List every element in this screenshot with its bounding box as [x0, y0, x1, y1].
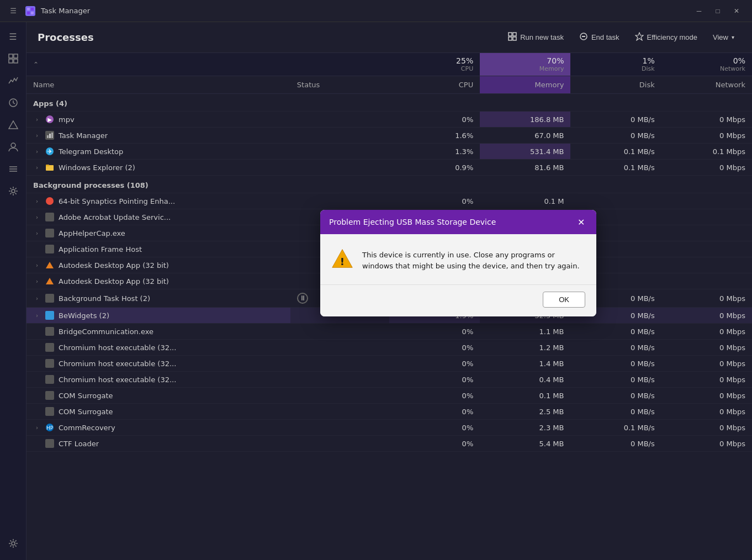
expand-button[interactable]: ›	[33, 424, 41, 431]
efficiency-mode-button[interactable]: Efficiency mode	[628, 29, 705, 46]
process-name-label: Task Manager	[59, 131, 108, 140]
expand-button[interactable]: ›	[33, 163, 41, 171]
expand-button[interactable]: ›	[33, 115, 41, 123]
process-name-label: CTF Loader	[59, 440, 99, 448]
disk-pct: 1%	[577, 56, 654, 65]
minimize-button[interactable]: ─	[690, 3, 708, 19]
process-icon	[45, 391, 54, 400]
expand-button[interactable]: ›	[33, 147, 41, 155]
app-icon	[25, 6, 35, 16]
process-name-cell: COM Surrogate	[27, 404, 290, 420]
hamburger-menu[interactable]: ☰	[7, 4, 20, 18]
table-row[interactable]: › ▶ mpv 0% 186.8 MB 0 MB/s 0 Mbps	[27, 112, 752, 128]
table-row[interactable]: › ✈ Telegram Desktop 1.3% 531.4 MB 0.1 M…	[27, 144, 752, 160]
process-icon	[45, 327, 54, 336]
dialog-body: ! This device is currently in use. Close…	[320, 234, 596, 284]
table-row[interactable]: › 64-bit Synaptics Pointing Enha... 0% 0…	[27, 193, 752, 209]
run-new-task-button[interactable]: Run new task	[501, 29, 570, 46]
end-task-button[interactable]: End task	[573, 29, 626, 46]
toolbar: Processes Run new task End task Efficien…	[27, 22, 752, 53]
sidebar-item-startup[interactable]	[3, 115, 23, 135]
dialog-close-button[interactable]: ✕	[574, 215, 587, 229]
window-title: Task Manager	[41, 7, 685, 15]
table-row[interactable]: Chromium host executable (32... 0% 1.2 M…	[27, 340, 752, 356]
process-name-label: CommRecovery	[59, 424, 115, 432]
process-disk-cell	[570, 193, 661, 209]
process-icon	[45, 343, 54, 352]
sidebar-item-users[interactable]	[3, 137, 23, 157]
svg-point-15	[12, 542, 15, 545]
sidebar-item-hamburger[interactable]: ☰	[3, 27, 23, 46]
process-status-cell	[290, 372, 389, 388]
dialog-ok-button[interactable]: OK	[543, 292, 585, 308]
table-row[interactable]: Chromium host executable (32... 0% 0.4 M…	[27, 372, 752, 388]
sidebar-item-performance[interactable]	[3, 71, 23, 91]
sidebar-item-summary[interactable]	[3, 49, 23, 68]
sort-row: ⌃ 25% CPU 70% Memory 1% D	[27, 53, 752, 76]
svg-rect-45	[45, 407, 54, 416]
view-button[interactable]: View ▾	[706, 30, 741, 45]
section-header: Background processes (108)	[27, 176, 752, 193]
sidebar-item-settings[interactable]	[3, 533, 23, 553]
expand-button[interactable]: ›	[33, 229, 41, 237]
net-pct: 0%	[668, 56, 745, 65]
svg-point-10	[11, 143, 15, 147]
process-status-cell	[290, 193, 389, 209]
sidebar-item-history[interactable]	[3, 93, 23, 113]
process-name-label: Chromium host executable (32...	[59, 360, 176, 368]
sidebar-item-services[interactable]	[3, 181, 23, 201]
expand-button[interactable]: ›	[33, 311, 41, 319]
process-network-cell	[661, 273, 752, 289]
expand-button[interactable]: ›	[33, 197, 41, 205]
process-name-cell: Application Frame Host	[27, 241, 290, 257]
process-status-cell	[290, 324, 389, 340]
svg-marker-9	[9, 121, 18, 129]
process-cpu-cell: 0%	[389, 372, 480, 388]
process-network-cell: 0 Mbps	[661, 372, 752, 388]
table-row[interactable]: › HP CommRecovery 0% 2.3 MB 0.1 MB/s 0 M…	[27, 420, 752, 436]
table-row[interactable]: BridgeCommunication.exe 0% 1.1 MB 0 MB/s…	[27, 324, 752, 340]
svg-marker-37	[46, 278, 54, 284]
svg-rect-3	[31, 12, 34, 14]
name-header[interactable]: Name	[27, 76, 290, 94]
process-name-cell: › 64-bit Synaptics Pointing Enha...	[27, 193, 290, 209]
table-row[interactable]: › Task Manager 1.6% 67.0 MB 0 MB/s 0 Mbp…	[27, 128, 752, 144]
process-icon: ▶	[45, 115, 54, 124]
close-button[interactable]: ✕	[728, 3, 745, 19]
expand-button[interactable]: ›	[33, 131, 41, 139]
process-disk-cell: 0 MB/s	[570, 372, 661, 388]
eject-error-dialog[interactable]: Problem Ejecting USB Mass Storage Device…	[320, 210, 596, 316]
table-row[interactable]: Chromium host executable (32... 0% 1.4 M…	[27, 356, 752, 372]
expand-button[interactable]: ›	[33, 261, 41, 269]
network-header[interactable]: Network	[661, 76, 752, 94]
sidebar-item-details[interactable]	[3, 159, 23, 179]
svg-rect-34	[45, 229, 54, 237]
svg-rect-33	[45, 213, 54, 221]
process-icon	[45, 197, 54, 205]
svg-point-14	[12, 189, 15, 193]
process-status-cell	[290, 420, 389, 436]
expand-button[interactable]: ›	[33, 294, 41, 302]
status-header[interactable]: Status	[290, 76, 389, 94]
cpu-header[interactable]: CPU	[389, 76, 480, 94]
process-network-cell	[661, 225, 752, 241]
disk-header[interactable]: Disk	[570, 76, 661, 94]
expand-button[interactable]: ›	[33, 213, 41, 221]
end-task-icon	[579, 32, 588, 43]
process-status-cell	[290, 160, 389, 176]
table-row[interactable]: › Windows Explorer (2) 0.9% 81.6 MB 0.1 …	[27, 160, 752, 176]
maximize-button[interactable]: □	[709, 3, 727, 19]
view-chevron-icon: ▾	[732, 34, 734, 40]
process-icon	[45, 311, 54, 320]
process-disk-cell: 0 MB/s	[570, 404, 661, 420]
window-controls: ─ □ ✕	[690, 3, 745, 19]
process-name-cell: COM Surrogate	[27, 388, 290, 404]
svg-rect-16	[509, 33, 512, 36]
memory-header[interactable]: Memory	[480, 76, 570, 94]
process-disk-cell: 0 MB/s	[570, 436, 661, 452]
process-name-label: 64-bit Synaptics Pointing Enha...	[59, 197, 175, 205]
table-row[interactable]: COM Surrogate 0% 0.1 MB 0 MB/s 0 Mbps	[27, 388, 752, 404]
table-row[interactable]: CTF Loader 0% 5.4 MB 0 MB/s 0 Mbps	[27, 436, 752, 452]
table-row[interactable]: COM Surrogate 0% 2.5 MB 0 MB/s 0 Mbps	[27, 404, 752, 420]
expand-button[interactable]: ›	[33, 277, 41, 285]
